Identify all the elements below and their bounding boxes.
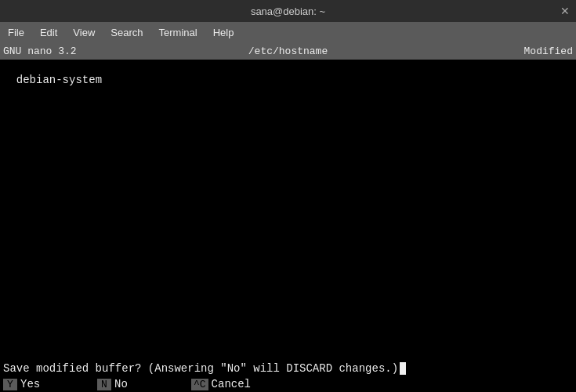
shortcut-key-cancel: ^C [191,379,208,390]
menu-bar: File Edit View Search Terminal Help [0,22,576,42]
prompt-text: Save modified buffer? (Answering "No" wi… [3,362,398,375]
nano-version: GNU nano 3.2 [3,45,193,57]
prompt-line: Save modified buffer? (Answering "No" wi… [0,361,576,376]
nano-status-bar: GNU nano 3.2 /etc/hostname Modified [0,42,576,60]
shortcut-key-no: N [97,379,111,390]
menu-terminal[interactable]: Terminal [151,24,205,41]
menu-view[interactable]: View [65,24,103,41]
menu-search[interactable]: Search [103,24,150,41]
shortcut-label-no: No [114,378,128,390]
menu-edit[interactable]: Edit [32,24,65,41]
file-content: debian-system [16,74,102,86]
shortcut-label-cancel: Cancel [212,378,251,390]
bottom-area: Save modified buffer? (Answering "No" wi… [0,361,576,392]
title-bar: sana@debian: ~ ✕ [0,0,576,22]
nano-filename: /etc/hostname [193,45,382,57]
shortcut-cancel[interactable]: ^CCancel [188,376,282,392]
cursor [400,362,406,375]
menu-file[interactable]: File [0,24,32,41]
shortcut-yes[interactable]: YYes [0,376,94,392]
shortcut-key-yes: Y [3,379,17,390]
close-button[interactable]: ✕ [560,5,570,17]
shortcut-label-yes: Yes [20,378,40,390]
editor-content[interactable]: debian-system [0,60,576,361]
shortcut-no[interactable]: NNo [94,376,188,392]
nano-modified: Modified [383,45,573,57]
menu-help[interactable]: Help [205,24,242,41]
window-title: sana@debian: ~ [251,5,325,17]
shortcut-bar: YYesNNo^CCancel [0,376,576,392]
